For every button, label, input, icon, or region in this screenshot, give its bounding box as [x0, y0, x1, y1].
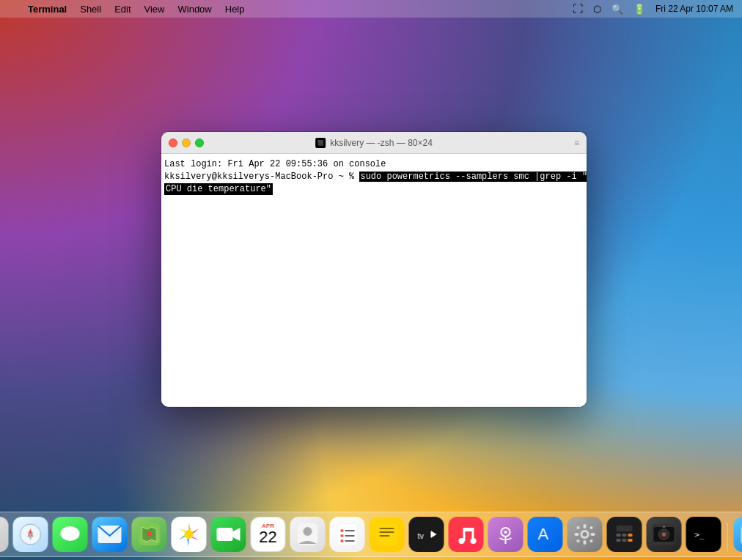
- dock-separator: [727, 523, 728, 552]
- menubar-view[interactable]: View: [139, 2, 171, 16]
- svg-point-73: [663, 533, 666, 536]
- terminal-title-icon: ⬛: [315, 138, 326, 148]
- dock-photos[interactable]: [172, 517, 207, 552]
- svg-point-19: [61, 526, 80, 541]
- svg-rect-59: [576, 539, 581, 543]
- dock-calculator[interactable]: [607, 517, 642, 552]
- search-icon[interactable]: 🔍: [609, 2, 626, 16]
- dock-terminal[interactable]: >_: [686, 517, 721, 552]
- maximize-button[interactable]: [195, 139, 204, 147]
- svg-rect-54: [584, 540, 587, 545]
- menubar-help[interactable]: Help: [219, 2, 251, 16]
- svg-rect-57: [576, 526, 581, 530]
- dock-files[interactable]: [734, 517, 743, 552]
- svg-rect-65: [628, 534, 633, 537]
- dock-safari[interactable]: [13, 517, 48, 552]
- dock-maps[interactable]: [132, 517, 167, 552]
- close-button[interactable]: [169, 139, 177, 147]
- terminal-prompt: kksilvery@kksilverys-MacBook-Pro ~ %: [164, 172, 359, 182]
- svg-point-29: [304, 527, 312, 536]
- dock-contacts[interactable]: [290, 517, 326, 552]
- svg-rect-40: [380, 535, 390, 537]
- svg-point-23: [147, 531, 152, 536]
- dock-messages[interactable]: [53, 517, 88, 552]
- terminal-body[interactable]: Last login: Fri Apr 22 09:55:36 on conso…: [161, 154, 587, 407]
- scroll-indicator: ≡: [574, 138, 579, 148]
- terminal-title-text: kksilvery — -zsh — 80×24: [330, 138, 433, 148]
- svg-point-35: [341, 539, 344, 542]
- dock-notes[interactable]: [370, 517, 405, 552]
- svg-rect-66: [617, 539, 621, 542]
- svg-rect-39: [380, 531, 394, 533]
- dock-music[interactable]: [449, 517, 484, 552]
- menubar: Terminal Shell Edit View Window Help ⛶ ⬡…: [0, 0, 742, 18]
- date-time: Fri 22 Apr 10:07 AM: [653, 2, 736, 15]
- dock-launchpad[interactable]: [0, 517, 9, 552]
- svg-text:tv: tv: [418, 531, 425, 540]
- svg-rect-30: [337, 523, 358, 545]
- svg-rect-55: [575, 533, 579, 536]
- svg-text:>_: >_: [695, 530, 705, 539]
- battery-icon[interactable]: 🔋: [631, 2, 648, 16]
- terminal-prompt-line: kksilvery@kksilverys-MacBook-Pro ~ % sud…: [164, 171, 584, 196]
- minimize-button[interactable]: [182, 139, 191, 147]
- terminal-titlebar: ⬛ kksilvery — -zsh — 80×24 ≡: [161, 132, 587, 154]
- terminal-cursor: CPU die temperature": [164, 183, 273, 196]
- svg-rect-60: [589, 539, 594, 543]
- dock-reminders[interactable]: [330, 517, 365, 552]
- fullscreen-icon[interactable]: ⛶: [570, 1, 586, 16]
- dock-podcasts[interactable]: [488, 517, 524, 552]
- svg-rect-26: [217, 528, 233, 541]
- svg-text:A: A: [538, 525, 549, 543]
- svg-point-25: [185, 530, 194, 539]
- svg-rect-68: [628, 539, 633, 542]
- terminal-command: sudo powermetrics --samplers smc |grep -…: [359, 172, 587, 182]
- apple-menu[interactable]: [6, 7, 18, 10]
- dock-appstore[interactable]: A: [528, 517, 563, 552]
- svg-rect-58: [589, 526, 594, 530]
- svg-rect-63: [617, 534, 621, 537]
- svg-rect-53: [584, 524, 587, 528]
- menubar-left: Terminal Shell Edit View Window Help: [6, 2, 251, 16]
- terminal-title: ⬛ kksilvery — -zsh — 80×24: [315, 138, 433, 148]
- menubar-window[interactable]: Window: [172, 2, 218, 16]
- terminal-window: ⬛ kksilvery — -zsh — 80×24 ≡ Last login:…: [161, 132, 587, 407]
- svg-rect-64: [622, 534, 627, 537]
- svg-point-48: [504, 531, 507, 534]
- svg-rect-62: [617, 526, 633, 531]
- menubar-app-name[interactable]: Terminal: [22, 2, 73, 16]
- dock-mail[interactable]: [92, 517, 128, 552]
- menubar-edit[interactable]: Edit: [109, 2, 136, 16]
- svg-point-46: [471, 538, 477, 544]
- svg-rect-67: [622, 539, 627, 542]
- calendar-day: 22: [259, 529, 276, 545]
- svg-rect-38: [380, 528, 394, 529]
- svg-point-52: [583, 532, 587, 537]
- menubar-right: ⛶ ⬡ 🔍 🔋 Fri 22 Apr 10:07 AM: [570, 1, 736, 16]
- terminal-last-login: Last login: Fri Apr 22 09:55:36 on conso…: [164, 158, 584, 171]
- wifi-icon[interactable]: ⬡: [590, 2, 604, 16]
- svg-marker-27: [233, 528, 240, 541]
- dock-appletv[interactable]: tv: [409, 517, 444, 552]
- svg-rect-56: [591, 533, 595, 536]
- svg-point-33: [341, 534, 344, 537]
- dock-photo-booth[interactable]: [647, 517, 682, 552]
- traffic-lights: [169, 139, 204, 147]
- svg-point-31: [341, 529, 344, 532]
- dock-system-preferences[interactable]: [567, 517, 603, 552]
- dock-facetime[interactable]: [211, 517, 246, 552]
- svg-rect-37: [377, 523, 397, 545]
- dock-calendar[interactable]: APR 22: [251, 517, 286, 552]
- dock: APR 22 tv A >_: [0, 512, 742, 557]
- menubar-shell[interactable]: Shell: [74, 2, 107, 16]
- svg-rect-74: [663, 526, 666, 528]
